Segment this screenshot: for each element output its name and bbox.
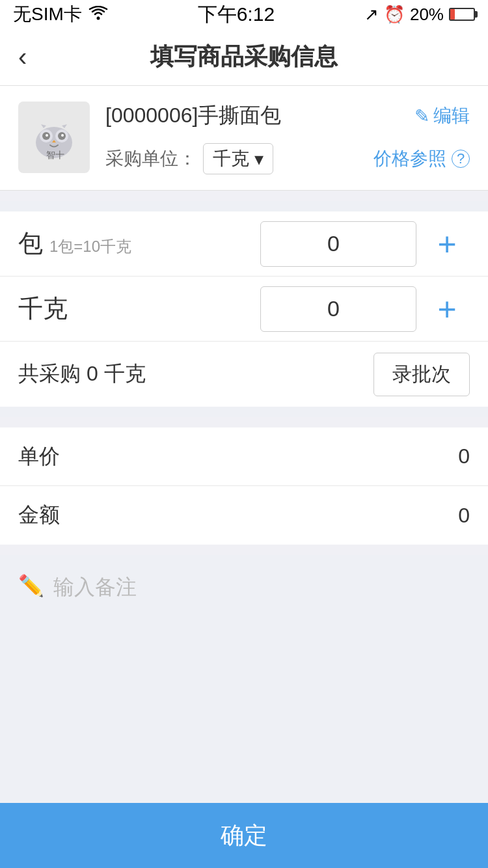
price-label: 单价 xyxy=(18,442,60,471)
svg-marker-9 xyxy=(41,124,46,128)
bao-input[interactable] xyxy=(260,221,416,267)
page-title: 填写商品采购信息 xyxy=(150,41,338,73)
section-divider-2 xyxy=(0,407,488,417)
amount-row: 金额 0 xyxy=(0,486,488,545)
alarm-icon: ⏰ xyxy=(384,5,405,25)
edit-label: 编辑 xyxy=(433,103,470,128)
amount-value: 0 xyxy=(458,504,470,528)
confirm-bar[interactable]: 确定 xyxy=(0,803,488,868)
carrier-text: 无SIM卡 xyxy=(13,2,82,27)
svg-point-6 xyxy=(46,134,48,137)
edit-button[interactable]: ✎ 编辑 xyxy=(414,103,470,128)
status-left: 无SIM卡 xyxy=(13,2,108,27)
kg-label: 千克 xyxy=(18,292,68,325)
bao-sublabel: 1包=10千克 xyxy=(49,236,131,257)
wifi-icon xyxy=(88,4,108,25)
location-icon: ↗ xyxy=(364,5,379,25)
notes-placeholder: 输入备注 xyxy=(53,573,137,602)
unit-value: 千克 xyxy=(213,146,249,171)
status-right: ↗ ⏰ 20% xyxy=(364,5,475,25)
battery-text: 20% xyxy=(410,5,444,25)
help-icon: ? xyxy=(452,150,470,168)
price-value: 0 xyxy=(458,444,470,468)
svg-marker-10 xyxy=(62,124,67,128)
product-card: 智十 [0000006]手撕面包 ✎ 编辑 采购单位： 千克 ▾ 价格参照 ? xyxy=(0,86,488,191)
unit-select[interactable]: 千克 ▾ xyxy=(203,143,273,174)
bao-input-row: 包 1包=10千克 + xyxy=(0,211,488,277)
summary-row: 共采购 0 千克 录批次 xyxy=(0,342,488,407)
svg-point-7 xyxy=(61,134,64,137)
kg-input[interactable] xyxy=(260,286,416,332)
product-name: [0000006]手撕面包 xyxy=(105,102,281,130)
nav-bar: ‹ 填写商品采购信息 xyxy=(0,29,488,86)
unit-label: 采购单位： xyxy=(105,146,197,171)
back-button[interactable]: ‹ xyxy=(18,42,27,72)
edit-icon: ✎ xyxy=(414,105,429,127)
batch-button[interactable]: 录批次 xyxy=(373,353,470,396)
status-bar: 无SIM卡 下午6:12 ↗ ⏰ 20% xyxy=(0,0,488,29)
price-reference-button[interactable]: 价格参照 ? xyxy=(373,146,470,171)
chevron-down-icon: ▾ xyxy=(254,148,264,170)
bao-plus-button[interactable]: + xyxy=(424,221,470,267)
info-section: 单价 0 金额 0 xyxy=(0,427,488,545)
svg-point-0 xyxy=(96,17,100,20)
kg-input-row: 千克 + xyxy=(0,277,488,342)
svg-text:智十: 智十 xyxy=(46,150,64,160)
price-ref-label: 价格参照 xyxy=(373,146,446,171)
bao-label: 包 xyxy=(18,227,43,260)
product-thumbnail: 智十 xyxy=(18,102,90,173)
notes-section[interactable]: ✏️ 输入备注 xyxy=(0,555,488,685)
product-info: [0000006]手撕面包 ✎ 编辑 采购单位： 千克 ▾ 价格参照 ? xyxy=(105,102,470,174)
price-row: 单价 0 xyxy=(0,427,488,486)
amount-label: 金额 xyxy=(18,501,60,530)
confirm-label: 确定 xyxy=(221,820,267,852)
pencil-icon: ✏️ xyxy=(18,573,44,598)
status-time: 下午6:12 xyxy=(198,1,275,28)
battery-icon xyxy=(449,8,475,21)
summary-text: 共采购 0 千克 xyxy=(18,360,146,388)
kg-plus-button[interactable]: + xyxy=(424,286,470,332)
section-divider-1 xyxy=(0,201,488,211)
